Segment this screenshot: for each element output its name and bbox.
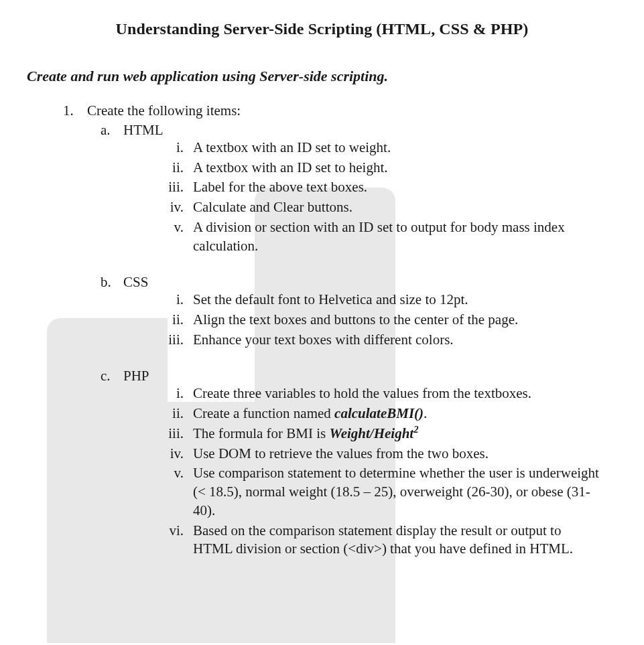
list-item: v. A division or section with an ID set … [150, 218, 604, 255]
list-marker: i. [150, 384, 193, 403]
list-item: iii. The formula for BMI is Weight/Heigh… [150, 425, 604, 443]
list-marker: a. [101, 122, 123, 139]
list-item: ii. Align the text boxes and buttons to … [150, 311, 604, 330]
list-label: HTML [123, 122, 164, 139]
formula-base: Weight/Height [330, 425, 414, 441]
list-item: i. Create three variables to hold the va… [150, 384, 604, 403]
list-text: Align the text boxes and buttons to the … [193, 311, 604, 330]
page-subtitle: Create and run web application using Ser… [27, 68, 617, 85]
list-text: A textbox with an ID set to weight. [193, 139, 604, 157]
list-text: A division or section with an ID set to … [193, 218, 604, 255]
list-marker: iii. [150, 425, 193, 443]
list-item: v. Use comparison statement to determine… [150, 464, 604, 520]
list-marker: 1. [63, 102, 87, 119]
document-body: Understanding Server-Side Scripting (HTM… [27, 20, 617, 559]
list-item: i. A textbox with an ID set to weight. [150, 139, 604, 157]
list-item-b: b. CSS [101, 274, 617, 291]
list-item-a: a. HTML [101, 122, 617, 139]
list-marker: v. [150, 464, 193, 520]
list-label: PHP [123, 368, 149, 384]
list-text: The formula for BMI is Weight/Height2 [193, 425, 604, 443]
list-item: ii. Create a function named calculateBMI… [150, 405, 604, 423]
list-marker: b. [101, 274, 123, 291]
list-item: ii. A textbox with an ID set to height. [150, 159, 604, 177]
list-marker: iv. [150, 198, 193, 217]
list-marker: ii. [150, 159, 193, 177]
list-text: Set the default font to Helvetica and si… [193, 291, 604, 309]
list-label: CSS [123, 274, 148, 291]
list-item-c: c. PHP [101, 368, 617, 384]
list-text: Enhance your text boxes with different c… [193, 331, 604, 350]
list-marker: vi. [150, 522, 193, 559]
list-text: Use DOM to retrieve the values from the … [193, 445, 604, 463]
text-run: The formula for BMI is [193, 425, 330, 441]
formula-exponent: 2 [413, 424, 418, 435]
list-marker: c. [101, 368, 123, 384]
list-marker: ii. [150, 311, 193, 330]
list-text: Create the following items: [87, 102, 241, 119]
list-text: Create a function named calculateBMI(). [193, 405, 604, 423]
page-title: Understanding Server-Side Scripting (HTM… [27, 20, 617, 38]
list-text: Based on the comparison statement displa… [193, 522, 604, 559]
text-run: . [424, 405, 427, 421]
list-item-1: 1. Create the following items: [63, 102, 617, 119]
list-text: Calculate and Clear buttons. [193, 198, 604, 217]
list-text: Label for the above text boxes. [193, 178, 604, 197]
list-text: Create three variables to hold the value… [193, 384, 604, 403]
code-name: calculateBMI() [334, 405, 424, 421]
list-item: iv. Use DOM to retrieve the values from … [150, 445, 604, 463]
list-item: vi. Based on the comparison statement di… [150, 522, 604, 559]
list-item: iv. Calculate and Clear buttons. [150, 198, 604, 217]
list-item: iii. Enhance your text boxes with differ… [150, 331, 604, 350]
list-marker: iv. [150, 445, 193, 463]
list-marker: ii. [150, 405, 193, 423]
list-text: Use comparison statement to determine wh… [193, 464, 604, 520]
text-run: Create a function named [193, 405, 334, 421]
list-text: A textbox with an ID set to height. [193, 159, 604, 177]
list-item: iii. Label for the above text boxes. [150, 178, 604, 197]
list-marker: i. [150, 291, 193, 309]
list-marker: iii. [150, 331, 193, 350]
formula: Weight/Height2 [330, 425, 419, 441]
list-marker: i. [150, 139, 193, 157]
list-marker: iii. [150, 178, 193, 197]
list-marker: v. [150, 218, 193, 255]
list-item: i. Set the default font to Helvetica and… [150, 291, 604, 309]
